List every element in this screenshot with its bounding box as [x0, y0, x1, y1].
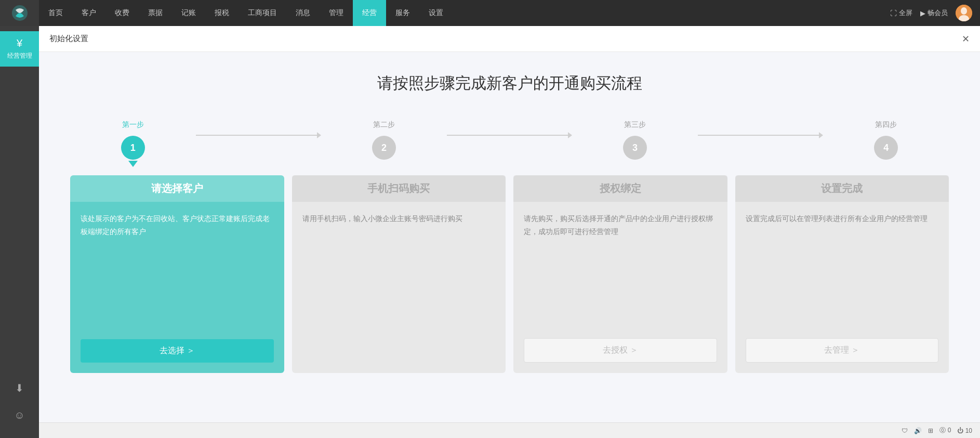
avatar[interactable] [956, 5, 972, 21]
card-3-body: 请先购买，购买后选择开通的产品中的企业用户进行授权绑定，成功后即可进行经营管理 [524, 212, 717, 328]
fullscreen-label: 全屏 [899, 8, 912, 18]
sidebar-item-operation[interactable]: ¥ 经营管理 [0, 31, 39, 67]
sidebar-support[interactable]: ☺ [0, 403, 39, 428]
cards-container: 请选择客户 该处展示的客户为不在回收站、客户状态正常建账后完成老板端绑定的所有客… [70, 175, 949, 373]
close-button[interactable]: ✕ [962, 34, 970, 44]
nav-manage[interactable]: 管理 [320, 0, 353, 26]
logo-area [0, 0, 39, 26]
step-3-group: 第三步 3 [572, 120, 698, 160]
nav-ticket[interactable]: 票据 [139, 0, 172, 26]
status-right: 🛡 🔊 ⊞ ⓪ 0 ⏻ 10 [902, 426, 972, 435]
nav-right-area: ⛶ 全屏 ▶ 畅会员 [890, 5, 980, 21]
content-area: 请按照步骤完成新客户的开通购买流程 第一步 1 [39, 52, 980, 422]
page-title: 初始化设置 [49, 34, 88, 44]
connector-2-3 [447, 120, 573, 138]
notification-icon: ⓪ 0 [939, 426, 951, 435]
step-3-label: 第三步 [624, 120, 646, 130]
top-navigation: 首页 客户 收费 票据 记账 报税 工商项目 消息 管理 经营 服务 设置 ⛶ … [0, 0, 980, 26]
vip-button[interactable]: ▶ 畅会员 [920, 8, 948, 18]
support-icon: ☺ [14, 409, 24, 421]
main-content: 初始化设置 ✕ 请按照步骤完成新客户的开通购买流程 第一步 1 [39, 26, 980, 422]
step-1-button[interactable]: 去选择 ＞ [81, 339, 274, 363]
step-3-circle: 3 [623, 136, 647, 160]
card-1-title: 请选择客户 [70, 175, 284, 202]
vip-icon: ▶ [920, 9, 925, 17]
svg-point-2 [961, 7, 967, 15]
connector-line-3 [698, 135, 819, 136]
nav-accounting[interactable]: 记账 [172, 0, 205, 26]
nav-message[interactable]: 消息 [286, 0, 320, 26]
page-header: 初始化设置 ✕ [39, 26, 980, 52]
card-2-title: 手机扫码购买 [292, 175, 506, 202]
grid-icon: ⊞ [928, 427, 933, 434]
fullscreen-button[interactable]: ⛶ 全屏 [890, 8, 912, 18]
operation-icon: ¥ [17, 37, 22, 49]
download-icon: ⬇ [15, 382, 24, 394]
steps-wrapper: 第一步 1 第二步 2 [70, 120, 949, 160]
step-card-3: 授权绑定 请先购买，购买后选择开通的产品中的企业用户进行授权绑定，成功后即可进行… [513, 175, 727, 373]
step-4-circle: 4 [874, 136, 898, 160]
step-1-circle: 1 [121, 136, 145, 160]
connector-line-1 [196, 135, 317, 136]
step-3-button[interactable]: 去授权 ＞ [524, 338, 717, 363]
nav-home[interactable]: 首页 [39, 0, 72, 26]
nav-client[interactable]: 客户 [72, 0, 105, 26]
step-card-1: 请选择客户 该处展示的客户为不在回收站、客户状态正常建账后完成老板端绑定的所有客… [70, 175, 284, 373]
step-1-label: 第一步 [122, 120, 144, 130]
fullscreen-icon: ⛶ [890, 9, 897, 17]
avatar-image [956, 5, 972, 21]
card-4-body: 设置完成后可以在管理列表进行所有企业用户的经营管理 [746, 212, 939, 328]
nav-operation[interactable]: 经营 [353, 0, 386, 26]
main-title: 请按照步骤完成新客户的开通购买流程 [70, 73, 949, 94]
step-card-2: 手机扫码购买 请用手机扫码，输入小微企业主账号密码进行购买 [292, 175, 506, 373]
sidebar-download[interactable]: ⬇ [0, 376, 39, 401]
step-card-4: 设置完成 设置完成后可以在管理列表进行所有企业用户的经营管理 去管理 ＞ [735, 175, 949, 373]
card-2-body: 请用手机扫码，输入小微企业主账号密码进行购买 [302, 212, 496, 363]
connector-1-2 [196, 120, 322, 138]
card-4-title: 设置完成 [735, 175, 949, 202]
nav-service[interactable]: 服务 [386, 0, 419, 26]
connector-line-2 [447, 135, 568, 136]
connector-3-4 [698, 120, 824, 138]
volume-icon: 🔊 [914, 427, 922, 434]
connector-arrow-3 [819, 132, 823, 138]
card-1-body: 该处展示的客户为不在回收站、客户状态正常建账后完成老板端绑定的所有客户 [81, 212, 274, 329]
nav-tax[interactable]: 报税 [205, 0, 239, 26]
power-icon: ⏻ 10 [957, 427, 972, 434]
step-1-group: 第一步 1 [70, 120, 196, 160]
step-2-label: 第二步 [373, 120, 395, 130]
sidebar-bottom: ⬇ ☺ [0, 376, 39, 438]
nav-settings[interactable]: 设置 [419, 0, 453, 26]
sidebar-item-label: 经营管理 [7, 51, 32, 60]
step-4-group: 第四步 4 [823, 120, 949, 160]
shield-icon: 🛡 [902, 427, 908, 434]
card-3-title: 授权绑定 [513, 175, 727, 202]
app-logo-icon [11, 5, 28, 21]
step-4-button[interactable]: 去管理 ＞ [746, 338, 939, 363]
connector-arrow-2 [568, 132, 572, 138]
nav-items: 首页 客户 收费 票据 记账 报税 工商项目 消息 管理 经营 服务 设置 [39, 0, 890, 26]
step-4-label: 第四步 [875, 120, 897, 130]
nav-business[interactable]: 工商项目 [239, 0, 286, 26]
status-bar: ▶ 完成 🛡 🔊 ⊞ ⓪ 0 ⏻ 10 [0, 422, 980, 438]
vip-label: 畅会员 [928, 8, 948, 18]
nav-fee[interactable]: 收费 [105, 0, 139, 26]
sidebar: ¥ 经营管理 ⬇ ☺ [0, 26, 39, 438]
step-2-group: 第二步 2 [321, 120, 447, 160]
connector-arrow-1 [317, 132, 321, 138]
step-2-circle: 2 [372, 136, 396, 160]
